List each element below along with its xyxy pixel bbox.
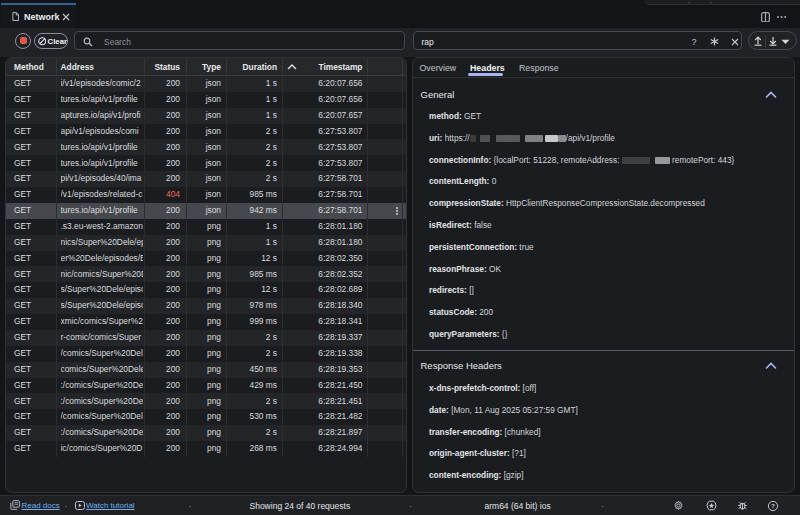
svg-text:?: ? (771, 502, 775, 509)
